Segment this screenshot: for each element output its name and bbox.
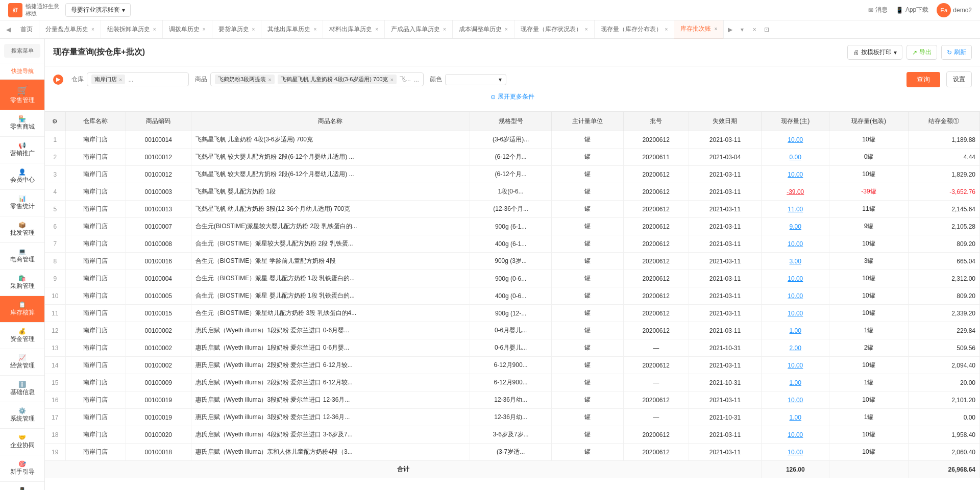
sidebar-item-stats[interactable]: 📊 零售统计 (0, 190, 44, 216)
app-download-button[interactable]: 📱 App下载 (896, 6, 928, 14)
tab-close-icon[interactable]: × (505, 27, 508, 32)
warehouse-more[interactable]: ... (128, 76, 133, 83)
tab-prev-button[interactable]: ◀ (2, 20, 14, 39)
tab-stock-status[interactable]: 现存量（库存状况表） × (514, 20, 595, 39)
sidebar-item-guide[interactable]: 🎯 新手引导 (0, 455, 44, 482)
tab-next-button[interactable]: ▶ (724, 20, 736, 39)
color-filter: 颜色 ▾ (430, 74, 506, 85)
sidebar-item-marketing[interactable]: 📢 营销推广 (0, 137, 44, 163)
row-qty-main[interactable]: -39.00 (762, 183, 829, 201)
row-qty-main[interactable]: 9.00 (762, 218, 829, 235)
row-unit: 罐 (552, 374, 623, 391)
row-warehouse: 南岸门店 (65, 270, 126, 287)
tab-close-all-button[interactable]: × (748, 20, 761, 39)
tab-close-icon[interactable]: × (443, 27, 446, 32)
tab-close-icon[interactable]: × (203, 27, 206, 32)
tab-close-icon[interactable]: × (313, 27, 316, 32)
row-name: 合生元(BIOSTIME)派星较大婴儿配方奶粉 2段 乳铁蛋白的... (191, 218, 470, 235)
tab-product-in[interactable]: 产成品入库单历史 × (385, 20, 453, 39)
top-bar-left: 好 畅捷通好生意 标版 母婴行业演示账套 ▾ (8, 3, 131, 17)
row-qty-main[interactable]: 10.00 (762, 444, 829, 461)
sidebar-item-purchase[interactable]: 🛍️ 采购管理 (0, 270, 44, 296)
tab-stock-dist[interactable]: 现存量（库存分布表） × (595, 20, 675, 39)
tab-menu-button[interactable]: ▾ (736, 20, 748, 39)
template-print-button[interactable]: 🖨 按模板打印 ▾ (847, 45, 902, 60)
sidebar-item-wholesale[interactable]: 📦 批发管理 (0, 216, 44, 243)
row-qty-main[interactable]: 10.00 (762, 357, 829, 374)
settings-button[interactable]: 设置 (946, 71, 972, 87)
sidebar-item-retail[interactable]: 🛒 零售管理 (0, 80, 44, 110)
tab-adjust-history[interactable]: 调拨单历史 × (163, 20, 212, 39)
tab-close-icon[interactable]: × (585, 27, 588, 32)
company-selector[interactable]: 母婴行业演示账套 ▾ (65, 3, 131, 17)
tab-batch-voucher[interactable]: 库存批次账 × (674, 20, 724, 39)
sidebar-item-appstore[interactable]: 📱 应用中心 (0, 482, 44, 490)
product-more[interactable]: 飞... (400, 75, 411, 84)
sidebar-item-ecommerce[interactable]: 💻 电商管理 (0, 243, 44, 270)
arrow-right-icon[interactable]: ▶ (53, 75, 63, 85)
sidebar-item-inventory[interactable]: 📋 库存核算 (0, 296, 44, 323)
message-button[interactable]: ✉ 消息 (868, 6, 888, 14)
expand-conditions-button[interactable]: ⊙ 展开更多条件 (486, 90, 538, 103)
row-expire: 2021-10-31 (689, 339, 762, 357)
row-qty-main[interactable]: 2.00 (762, 339, 829, 357)
tag-remove-icon[interactable]: × (119, 77, 122, 83)
filter-expand-arrow[interactable]: ▶ (53, 75, 63, 85)
tab-cost-adjust[interactable]: 成本调整单历史 × (453, 20, 514, 39)
tab-home[interactable]: 首页 (14, 20, 39, 39)
tab-maximize-button[interactable]: ⊡ (761, 20, 773, 39)
tab-require-history[interactable]: 要货单历史 × (212, 20, 262, 39)
quick-nav-button[interactable]: 快捷导航 (0, 63, 44, 80)
export-button[interactable]: ↗ 导出 (906, 45, 937, 60)
tab-close-icon[interactable]: × (153, 27, 156, 32)
sidebar-item-operations[interactable]: 📈 经营管理 (0, 349, 44, 376)
row-qty-main[interactable]: 11.00 (762, 201, 829, 218)
col-settings[interactable]: ⚙ (45, 112, 65, 131)
row-qty-main[interactable]: 1.00 (762, 374, 829, 391)
sidebar-item-finance[interactable]: 💰 资金管理 (0, 323, 44, 349)
row-qty-main[interactable]: 10.00 (762, 131, 829, 149)
tag-remove-icon[interactable]: × (268, 77, 271, 83)
refresh-button[interactable]: ↻ 刷新 (941, 45, 972, 60)
sidebar-item-enterprise[interactable]: 🤝 企业协同 (0, 429, 44, 455)
sidebar-item-member[interactable]: 👤 会员中心 (0, 163, 44, 190)
query-button[interactable]: 查询 (906, 72, 940, 87)
row-num: 18 (45, 426, 65, 444)
tab-material-out[interactable]: 材料出库单历史 × (323, 20, 385, 39)
row-qty-main[interactable]: 3.00 (762, 253, 829, 270)
row-qty-main[interactable]: 10.00 (762, 287, 829, 305)
sidebar-item-system[interactable]: ⚙️ 系统管理 (0, 402, 44, 429)
row-batch: 20200612 (623, 287, 689, 305)
row-code: 00100020 (126, 426, 191, 444)
sidebar-item-basic[interactable]: ℹ️ 基础信息 (0, 376, 44, 402)
row-qty-main[interactable]: 10.00 (762, 391, 829, 409)
sidebar-item-shop[interactable]: 🏪 零售商城 (0, 110, 44, 137)
row-qty-main[interactable]: 10.00 (762, 305, 829, 322)
row-qty-main[interactable]: 1.00 (762, 322, 829, 339)
tab-close-icon[interactable]: × (665, 27, 668, 32)
tab-combo-dismantle[interactable]: 组装拆卸单历史 × (101, 20, 163, 39)
product-more-dots[interactable]: ... (414, 76, 419, 83)
row-qty-main[interactable]: 0.00 (762, 149, 829, 166)
row-code: 00100009 (126, 374, 191, 391)
search-menu-button[interactable]: 搜索菜单 (4, 44, 40, 58)
tab-portion-history[interactable]: 分量盘点单历史 × (39, 20, 101, 39)
tab-close-icon[interactable]: × (91, 27, 94, 32)
tab-close-icon[interactable]: × (375, 27, 378, 32)
warehouse-tag-area[interactable]: 南岸门店 × ... (87, 72, 189, 86)
tab-close-icon[interactable]: × (714, 26, 717, 32)
table-row: 1 南岸门店 00100014 飞鹤星飞帆 儿童奶粉 4段(3-6岁适用) 70… (45, 131, 980, 149)
row-qty-main[interactable]: 10.00 (762, 166, 829, 183)
tab-close-icon[interactable]: × (252, 27, 255, 32)
row-qty-main[interactable]: 10.00 (762, 426, 829, 444)
tab-other-out[interactable]: 其他出库单历史 × (261, 20, 323, 39)
row-qty-main[interactable]: 10.00 (762, 235, 829, 253)
product-tag-area[interactable]: 飞鹤奶粉3段两提装 × 飞鹤星飞帆 儿童奶粉 4段(3-6岁适用) 700克 ×… (210, 72, 424, 86)
user-avatar[interactable]: Ea demo2 (937, 3, 972, 17)
row-qty-main[interactable]: 10.00 (762, 270, 829, 287)
row-qty-main[interactable]: 1.00 (762, 409, 829, 426)
color-tag-area[interactable]: ▾ (445, 74, 506, 85)
tag-remove-icon[interactable]: × (390, 77, 393, 83)
table-row: 14 南岸门店 00100002 惠氏启赋（Wyeth illuma）2段奶粉 … (45, 357, 980, 374)
settings-icon[interactable]: ⚙ (52, 118, 58, 125)
